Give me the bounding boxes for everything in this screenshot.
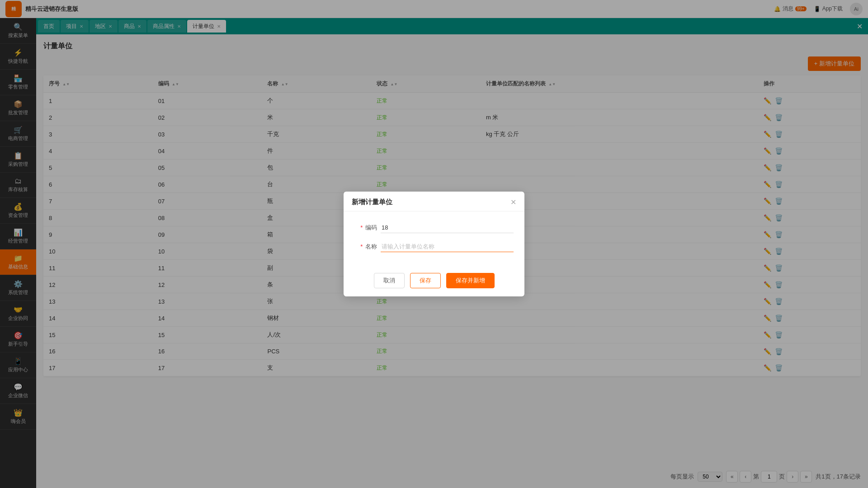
- modal: 新增计量单位 ✕ * 编码 * 名称 取消 保存 保存并新增: [344, 192, 524, 296]
- modal-close-button[interactable]: ✕: [510, 199, 516, 206]
- modal-overlay[interactable]: 新增计量单位 ✕ * 编码 * 名称 取消 保存 保存并新增: [0, 0, 868, 488]
- modal-body: * 编码 * 名称: [344, 211, 524, 267]
- modal-header: 新增计量单位 ✕: [344, 192, 524, 211]
- save-and-new-button[interactable]: 保存并新增: [446, 273, 495, 288]
- modal-title: 新增计量单位: [352, 198, 392, 206]
- modal-footer: 取消 保存 保存并新增: [344, 267, 524, 296]
- form-row-name: * 名称: [354, 241, 514, 252]
- form-row-code: * 编码: [354, 222, 514, 233]
- save-button[interactable]: 保存: [410, 273, 441, 288]
- name-label: * 名称: [354, 243, 377, 251]
- code-label: * 编码: [354, 224, 377, 232]
- cancel-button[interactable]: 取消: [374, 273, 405, 288]
- code-input[interactable]: [381, 222, 514, 233]
- name-input[interactable]: [381, 241, 514, 252]
